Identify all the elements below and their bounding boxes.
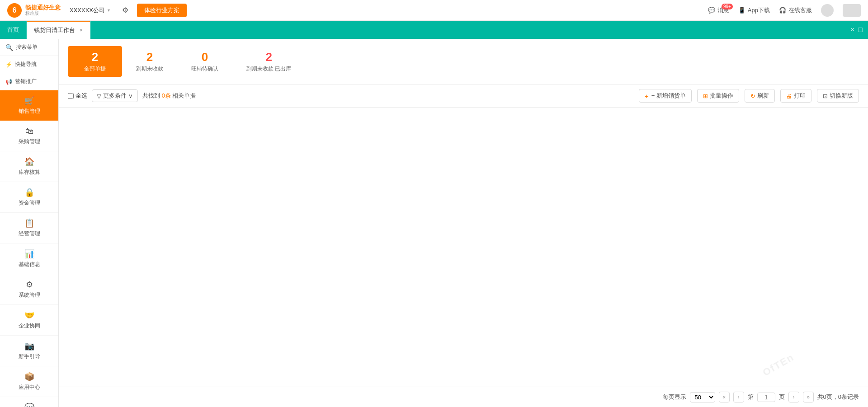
basic-icon: 📊 xyxy=(24,249,34,259)
sidebar-item-system[interactable]: ⚙系统管理 xyxy=(0,274,58,305)
prev-page-button[interactable]: ‹ xyxy=(733,392,744,402)
sales-icon: 🛒 xyxy=(24,96,34,106)
sidebar-search[interactable]: 🔍 搜索菜单 xyxy=(0,39,58,56)
wechat-icon: 💬 xyxy=(24,402,34,407)
add-sales-order-button[interactable]: + + 新增销货单 xyxy=(639,89,692,103)
per-page-select[interactable]: 50100200 xyxy=(690,392,715,402)
sidebar-label: 销售管理 xyxy=(19,108,40,115)
card-count: 2 xyxy=(92,50,98,64)
sidebar-item-inventory[interactable]: 🏠库存核算 xyxy=(0,151,58,182)
print-button[interactable]: 🖨 打印 xyxy=(780,89,811,103)
toolbar: 全选 ▽ 更多条件 ∨ 共找到 0条 相关单据 + + 新增销货单 xyxy=(59,84,868,108)
headset-icon: 🎧 xyxy=(779,7,786,14)
sidebar-item-wechat[interactable]: 💬企业微信 xyxy=(0,397,58,407)
sidebar-label: 新手引导 xyxy=(19,353,40,360)
sidebar-item-sales[interactable]: 🛒销售管理 xyxy=(0,90,58,121)
pagination: 每页显示 50100200 « ‹ 第 页 › » 共0页，0条记录 xyxy=(59,387,868,407)
more-filters-button[interactable]: ▽ 更多条件 ∨ xyxy=(92,89,138,102)
close-window-icon[interactable]: × xyxy=(850,26,854,34)
phone-icon: 📱 xyxy=(738,7,745,14)
logo-title: 畅捷通好生意 xyxy=(25,4,61,11)
message-badge: 99+ xyxy=(722,4,733,9)
messages-button[interactable]: 💬 消息 99+ xyxy=(708,6,729,14)
switch-icon: ⊡ xyxy=(823,93,828,99)
purchase-icon: 🛍 xyxy=(25,126,33,136)
add-label: + 新增销货单 xyxy=(651,92,686,100)
header-right: 💬 消息 99+ 📱 App下载 🎧 在线客服 xyxy=(708,4,861,17)
trial-button[interactable]: 体验行业方案 xyxy=(137,4,187,17)
sidebar-label: 基础信息 xyxy=(19,261,40,268)
page-suffix: 页 xyxy=(779,393,785,401)
app-download-button[interactable]: 📱 App下载 xyxy=(738,6,770,14)
nav-tabs: 首页 钱货日清工作台 × × □ xyxy=(0,21,868,39)
sidebar-item-guide[interactable]: 📷新手引导 xyxy=(0,336,58,366)
company-selector[interactable]: XXXXXX公司 ▾ xyxy=(66,5,113,16)
next-page-icon: › xyxy=(793,394,795,400)
sidebar-quick-nav[interactable]: ⚡ 快捷导航 xyxy=(0,56,58,73)
logo-text: 畅捷通好生意 标准版 xyxy=(25,4,61,17)
sidebar-label: 应用中心 xyxy=(19,384,40,391)
logo-icon: 6 xyxy=(7,3,22,18)
sidebar-item-purchase[interactable]: 🛍采购管理 xyxy=(0,121,58,151)
select-all-checkbox[interactable]: 全选 xyxy=(68,92,87,100)
summary-card-0[interactable]: 2全部单据 xyxy=(68,46,122,77)
result-text: 共找到 0条 相关单据 xyxy=(142,92,196,100)
expand-window-icon[interactable]: □ xyxy=(858,26,863,34)
select-all-input[interactable] xyxy=(68,93,74,99)
tab-home[interactable]: 首页 xyxy=(0,21,27,39)
batch-operations-button[interactable]: ⊞ 批量操作 xyxy=(697,89,739,103)
sidebar-item-basic[interactable]: 📊基础信息 xyxy=(0,243,58,274)
sidebar-label: 库存核算 xyxy=(19,168,40,176)
page-input[interactable] xyxy=(757,393,775,402)
sidebar-item-finance[interactable]: 🔒资金管理 xyxy=(0,182,58,213)
tab-workbench[interactable]: 钱货日清工作台 × xyxy=(27,21,90,39)
main-layout: 🔍 搜索菜单 ⚡ 快捷导航 📢 营销推广 🛒销售管理🛍采购管理🏠库存核算🔒资金管… xyxy=(0,39,868,407)
header-left: 6 畅捷通好生意 标准版 XXXXXX公司 ▾ ⚙ 体验行业方案 xyxy=(7,3,187,18)
chevron-down-icon: ▾ xyxy=(108,8,110,13)
close-tab-icon[interactable]: × xyxy=(80,27,83,33)
summary-cards: 2全部单据2到期未收款0旺辅待确认2到期未收款 已出库 xyxy=(59,39,868,84)
summary-card-2[interactable]: 0旺辅待确认 xyxy=(177,46,232,77)
finance-icon: 🔒 xyxy=(24,187,34,197)
operations-icon: 📋 xyxy=(24,218,34,228)
page-label: 第 xyxy=(748,393,754,401)
sidebar: 🔍 搜索菜单 ⚡ 快捷导航 📢 营销推广 🛒销售管理🛍采购管理🏠库存核算🔒资金管… xyxy=(0,39,59,407)
dropdown-icon: ∨ xyxy=(128,93,133,99)
logo-area: 6 畅捷通好生意 标准版 xyxy=(7,3,61,18)
first-page-button[interactable]: « xyxy=(719,392,730,402)
last-page-button[interactable]: » xyxy=(803,392,814,402)
switch-version-button[interactable]: ⊡ 切换新版 xyxy=(817,89,859,103)
sidebar-items: 🛒销售管理🛍采购管理🏠库存核算🔒资金管理📋经营管理📊基础信息⚙系统管理🤝企业协同… xyxy=(0,90,58,407)
last-page-icon: » xyxy=(807,394,810,400)
summary-card-3[interactable]: 2到期未收款 已出库 xyxy=(232,46,305,77)
sidebar-item-operations[interactable]: 📋经营管理 xyxy=(0,213,58,243)
settings-icon[interactable]: ⚙ xyxy=(119,4,132,17)
filter-icon: ▽ xyxy=(97,93,101,99)
first-page-icon: « xyxy=(722,394,726,400)
prev-page-icon: ‹ xyxy=(738,394,740,400)
content-area: 2全部单据2到期未收款0旺辅待确认2到期未收款 已出库 全选 ▽ 更多条件 ∨ … xyxy=(59,39,868,407)
card-label: 旺辅待确认 xyxy=(191,65,218,73)
card-label: 到期未收款 xyxy=(136,65,163,73)
sidebar-promo[interactable]: 📢 营销推广 xyxy=(0,73,58,90)
per-page-label: 每页显示 xyxy=(663,393,686,401)
toolbar-right: + + 新增销货单 ⊞ 批量操作 ↻ 刷新 🖨 打印 ⊡ 切换新版 xyxy=(639,89,859,103)
logo-subtitle: 标准版 xyxy=(25,11,61,16)
sidebar-item-apps[interactable]: 📦应用中心 xyxy=(0,366,58,397)
toolbar-left: 全选 ▽ 更多条件 ∨ 共找到 0条 相关单据 xyxy=(68,89,196,102)
sidebar-item-enterprise[interactable]: 🤝企业协同 xyxy=(0,305,58,336)
sidebar-label: 企业协同 xyxy=(19,322,40,330)
guide-icon: 📷 xyxy=(24,341,34,351)
next-page-button[interactable]: › xyxy=(788,392,799,402)
card-label: 到期未收款 已出库 xyxy=(246,65,291,73)
user-name-area[interactable] xyxy=(843,4,861,17)
sidebar-label: 系统管理 xyxy=(19,291,40,299)
plus-icon: + xyxy=(645,92,649,100)
summary-card-1[interactable]: 2到期未收款 xyxy=(122,46,177,77)
table-area xyxy=(59,108,868,387)
search-icon: 🔍 xyxy=(5,44,13,51)
refresh-button[interactable]: ↻ 刷新 xyxy=(745,89,775,103)
online-service-button[interactable]: 🎧 在线客服 xyxy=(779,6,812,14)
card-count: 2 xyxy=(265,50,272,64)
avatar[interactable] xyxy=(821,4,834,17)
